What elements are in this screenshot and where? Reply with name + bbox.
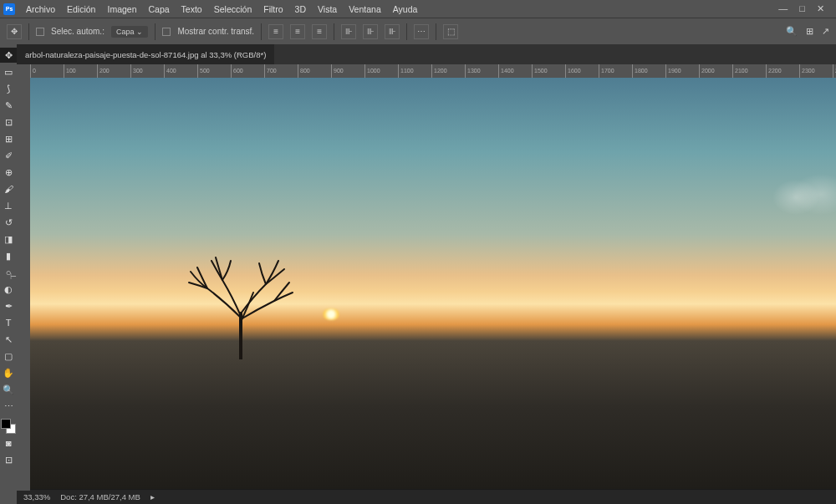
color-swatches[interactable] bbox=[1, 419, 16, 434]
zoom-status[interactable]: 33,33% bbox=[23, 492, 50, 501]
status-bar: 33,33% Doc: 27,4 MB/27,4 MB ▸ bbox=[17, 489, 836, 504]
quick-mask-tool[interactable]: ◙ bbox=[0, 435, 17, 451]
tree-image bbox=[182, 251, 299, 359]
edit-toolbar[interactable]: ⋯ bbox=[0, 399, 17, 414]
lasso-tool[interactable]: ⟆ bbox=[0, 81, 17, 96]
eraser-tool[interactable]: ◨ bbox=[0, 232, 17, 247]
zoom-tool[interactable]: 🔍 bbox=[0, 382, 17, 397]
shape-tool[interactable]: ▢ bbox=[0, 349, 17, 364]
document-tabs: arbol-naturaleza-paisaje-puesta-de-sol-8… bbox=[17, 44, 836, 64]
close-button[interactable]: ✕ bbox=[817, 3, 824, 14]
app-icon: Ps bbox=[3, 3, 15, 15]
more-align-icon[interactable]: ⋯ bbox=[414, 24, 429, 39]
menu-capa[interactable]: Capa bbox=[143, 4, 176, 14]
align-left-icon[interactable]: ≡ bbox=[268, 24, 283, 39]
auto-select-label: Selec. autom.: bbox=[51, 27, 104, 36]
auto-select-checkbox[interactable] bbox=[36, 28, 44, 36]
menu-seleccion[interactable]: Selección bbox=[208, 4, 258, 14]
menu-ayuda[interactable]: Ayuda bbox=[387, 4, 424, 14]
menu-texto[interactable]: Texto bbox=[176, 4, 208, 14]
align-center-icon[interactable]: ≡ bbox=[290, 24, 305, 39]
align-right-icon[interactable]: ≡ bbox=[312, 24, 327, 39]
3d-mode-icon[interactable]: ⬚ bbox=[443, 24, 458, 39]
distribute-icon[interactable]: ⊪ bbox=[385, 24, 400, 39]
screen-mode-tool[interactable]: ⊡ bbox=[0, 452, 17, 467]
share-icon[interactable]: ↗ bbox=[822, 26, 829, 37]
type-tool[interactable]: T bbox=[0, 315, 17, 330]
sun-image bbox=[323, 308, 339, 320]
healing-tool[interactable]: ⊕ bbox=[0, 165, 17, 180]
frame-tool[interactable]: ⊞ bbox=[0, 131, 17, 146]
path-select-tool[interactable]: ↖ bbox=[0, 332, 17, 347]
move-tool[interactable]: ✥ bbox=[0, 48, 17, 63]
pen-tool[interactable]: ✒ bbox=[0, 298, 17, 313]
distribute-h-icon[interactable]: ⊪ bbox=[341, 24, 356, 39]
options-bar: ✥ Selec. autom.: Capa⌄ Mostrar contr. tr… bbox=[0, 18, 836, 44]
canvas[interactable] bbox=[30, 78, 836, 489]
cloud-image bbox=[756, 168, 836, 227]
status-more[interactable]: ▸ bbox=[150, 492, 155, 501]
dodge-tool[interactable]: ◐ bbox=[0, 282, 17, 297]
brush-tool[interactable]: 🖌 bbox=[0, 181, 17, 196]
menu-imagen[interactable]: Imagen bbox=[101, 4, 142, 14]
history-brush-tool[interactable]: ↺ bbox=[0, 215, 17, 230]
document-tab[interactable]: arbol-naturaleza-paisaje-puesta-de-sol-8… bbox=[17, 44, 274, 64]
show-transform-checkbox[interactable] bbox=[162, 28, 171, 36]
gradient-tool[interactable]: ▮ bbox=[0, 248, 17, 263]
menu-ventana[interactable]: Ventana bbox=[343, 4, 387, 14]
stamp-tool[interactable]: ⊥ bbox=[0, 198, 17, 213]
menu-3d[interactable]: 3D bbox=[289, 4, 312, 14]
distribute-v-icon[interactable]: ⊪ bbox=[363, 24, 378, 39]
marquee-tool[interactable]: ▭ bbox=[0, 64, 17, 79]
crop-tool[interactable]: ⊡ bbox=[0, 115, 17, 130]
menubar: Ps Archivo Edición Imagen Capa Texto Sel… bbox=[0, 0, 836, 18]
auto-select-dropdown[interactable]: Capa⌄ bbox=[111, 26, 149, 38]
doc-size-status[interactable]: Doc: 27,4 MB/27,4 MB bbox=[60, 492, 140, 501]
ruler-vertical bbox=[17, 78, 30, 491]
quick-select-tool[interactable]: ✎ bbox=[0, 98, 17, 113]
maximize-button[interactable]: □ bbox=[799, 3, 805, 14]
move-tool-indicator-icon: ✥ bbox=[7, 24, 22, 39]
menu-archivo[interactable]: Archivo bbox=[20, 4, 61, 14]
eyedropper-tool[interactable]: ✐ bbox=[0, 148, 17, 163]
menu-edicion[interactable]: Edición bbox=[61, 4, 101, 14]
search-icon[interactable]: 🔍 bbox=[786, 26, 798, 37]
show-transform-label: Mostrar contr. transf. bbox=[177, 27, 254, 36]
hand-tool[interactable]: ✋ bbox=[0, 365, 17, 380]
menu-filtro[interactable]: Filtro bbox=[257, 4, 288, 14]
minimize-button[interactable]: — bbox=[778, 3, 788, 14]
menu-vista[interactable]: Vista bbox=[312, 4, 343, 14]
ruler-horizontal: 0100200300400500600700800900100011001200… bbox=[17, 64, 836, 78]
workspace-icon[interactable]: ⊞ bbox=[806, 26, 813, 37]
